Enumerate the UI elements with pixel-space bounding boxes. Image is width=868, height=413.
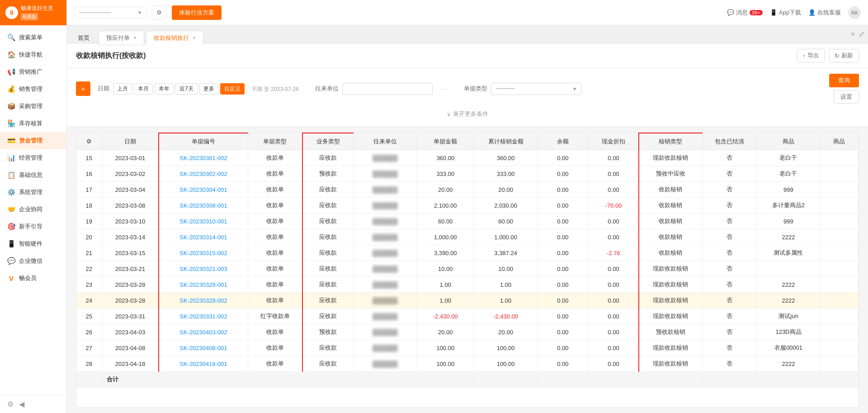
sn-link[interactable]: SK-20230418-001 [179,361,227,367]
tab-writeoff[interactable]: 收款核销执行 × [146,31,203,45]
sidebar-item-member[interactable]: V 畅会员 [0,270,66,287]
column-settings-icon[interactable]: ⚙ [86,138,92,145]
settings-bottom-icon[interactable]: ⚙ [7,400,14,408]
cell-doc-type: 收款单 [248,150,302,166]
partner-value: ██████ [373,345,397,351]
th-settings[interactable]: ⚙ [76,133,102,150]
sn-link[interactable]: SK-20230328-001 [179,281,227,288]
member-icon: V [7,274,15,282]
message-icon: 💬 [727,9,734,16]
cell-biz-type: 预收款 [302,166,353,182]
cell-goods: 999 [757,214,820,229]
doc-type-select[interactable]: ━━━━━━ ▾ [491,83,581,95]
cell-no: 19 [76,214,102,229]
cell-goods: 测试多属性 [757,245,820,261]
cell-amount: 1,000.00 [417,229,474,245]
sn-link[interactable]: SK-20230314-001 [179,234,227,241]
inventory-icon: 🏪 [7,119,15,128]
sidebar-item-inventory[interactable]: 🏪 库存核算 [0,115,66,132]
cell-amount: 100.00 [417,340,474,356]
cell-no: 24 [76,293,102,309]
sidebar-item-enterprise[interactable]: 🤝 企业协同 [0,201,66,218]
sn-link[interactable]: SK-20230308-001 [179,202,227,209]
cell-goods: 老白干 [757,166,820,182]
sn-link[interactable]: SK-20230301-002 [179,155,227,161]
window-close-button[interactable]: × [851,30,855,38]
logo-text: 畅康道好生意 标推版 [21,5,53,20]
cell-doc-type: 收款单 [248,356,302,372]
window-expand-button[interactable]: ⤢ [859,30,864,38]
last-7-days-btn[interactable]: 近7天 [175,83,198,95]
cell-include-settled: 否 [702,166,757,182]
sidebar-item-sales[interactable]: 💰 销售管理 [0,81,66,98]
sidebar-item-marketing[interactable]: 📢 营销推广 [0,63,66,81]
cell-balance: 0.00 [538,166,588,182]
sidebar-item-wechat[interactable]: 💬 企业微信 [0,252,66,270]
sidebar-item-search[interactable]: 🔍 搜索菜单 [0,29,66,46]
filter-expand-btn[interactable]: » [76,81,90,96]
sn-link[interactable]: SK-20230328-002 [179,297,227,304]
last-month-btn[interactable]: 上月 [113,83,132,95]
data-table-container[interactable]: ⚙ 日期 单据编号 单据类型 业务类型 往来单位 单据金额 累计核销金额 余额 … [76,132,859,408]
app-download-button[interactable]: 📱 App下载 [770,9,801,17]
sidebar-item-finance[interactable]: 💳 资金管理 [0,132,66,149]
partner-input[interactable] [342,83,433,95]
page-content: 收款核销执行(按收款) ↑ 导出 ↻ 刷新 » [67,43,868,413]
query-button[interactable]: 查询 [829,74,859,87]
sn-link[interactable]: SK-20230408-001 [179,345,227,351]
cell-biz-type: 应收款 [302,340,353,356]
main-content: ━━━━━━━━━━ ▾ ⚙ 体验行业方案 💬 消息 99+ 📱 App下载 👤… [67,0,868,413]
this-month-btn[interactable]: 本月 [134,83,153,95]
online-service-button[interactable]: 👤 在线客服 [808,9,841,17]
messages-button[interactable]: 💬 消息 99+ [727,9,763,17]
app-icon: 📱 [770,9,777,16]
footer-label: 合计 [102,372,417,388]
cell-doc-type: 收款单 [248,245,302,261]
cell-doc-type: 收款单 [248,324,302,340]
sidebar-item-purchase[interactable]: 📦 采购管理 [0,98,66,115]
export-button[interactable]: ↑ 导出 [797,49,826,62]
cell-write-amount: 60.00 [474,214,537,229]
cell-goods-img [820,166,858,182]
tab-home[interactable]: 首页 [71,31,97,45]
sn-link[interactable]: SK-20230310-001 [179,218,227,225]
expand-more-bar[interactable]: ∨ 展开更多条件 [76,107,859,121]
refresh-button[interactable]: ↻ 刷新 [829,49,859,62]
industry-solution-button[interactable]: 体验行业方案 [172,5,222,20]
partner-value: ██████ [373,329,397,336]
table-row: 19 2023-03-10 SK-20230310-001 收款单 应收款 ██… [76,214,859,229]
collapse-icon[interactable]: ◀ [19,400,24,408]
tab-prepay[interactable]: 预应付单 × [99,31,144,45]
cell-doc-type: 收款单 [248,229,302,245]
sn-link[interactable]: SK-20230304-001 [179,186,227,193]
topbar-actions: 💬 消息 99+ 📱 App下载 👤 在线客服 Rit [727,6,861,19]
this-year-btn[interactable]: 本年 [155,83,174,95]
cell-discount: 0.00 [588,261,639,277]
sidebar-item-basic[interactable]: 📋 基础信息 [0,166,66,184]
date-range-text: 不限 至 2023-07-26 [252,85,299,93]
custom-date-btn[interactable]: 自定义 [220,83,245,95]
company-selector[interactable]: ━━━━━━━━━━ ▾ [74,7,146,18]
sn-link[interactable]: SK-20230331-002 [179,313,227,320]
sidebar-item-quick-nav[interactable]: 🏠 快捷导航 [0,46,66,63]
sidebar-item-guide[interactable]: 🎯 新手引导 [0,218,66,235]
sidebar-item-hardware[interactable]: 📱 智能硬件 [0,235,66,252]
partner-ellipsis[interactable]: ··· [440,85,448,92]
tab-prepay-close[interactable]: × [133,35,137,41]
tab-writeoff-close[interactable]: × [193,35,196,41]
sn-link[interactable]: SK-20230403-002 [179,329,227,336]
purchase-icon: 📦 [7,102,15,110]
sn-link[interactable]: SK-20230321-003 [179,266,227,272]
sn-link[interactable]: SK-20230315-002 [179,250,227,256]
cell-goods-img [820,261,858,277]
more-date-btn[interactable]: 更多 [199,83,218,95]
tab-bar: 首页 预应付单 × 收款核销执行 × × ⤢ [67,25,868,43]
sn-link[interactable]: SK-20230302-002 [179,171,227,177]
table-settings-button[interactable]: 设置 [834,90,859,104]
topbar-gear-button[interactable]: ⚙ [152,5,166,20]
cell-sn: SK-20230304-001 [159,182,248,198]
cell-discount: 0.00 [588,356,639,372]
user-avatar[interactable]: Rit [848,6,861,19]
sidebar-item-system[interactable]: ⚙️ 系统管理 [0,184,66,201]
sidebar-item-operation[interactable]: 📊 经营管理 [0,149,66,166]
